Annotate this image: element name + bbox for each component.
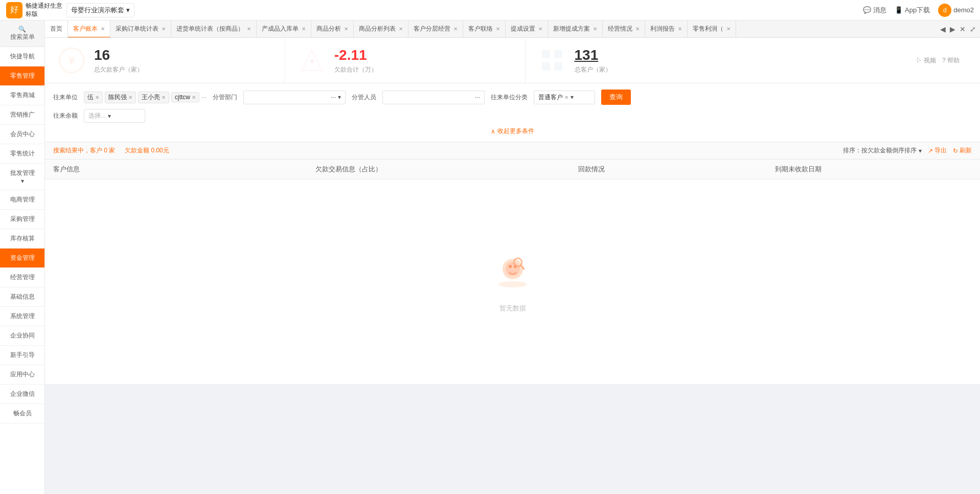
tab-scroll-right[interactable]: ▶: [949, 24, 956, 34]
tab-purchase-order-stats[interactable]: 采购订单统计表 ✕: [110, 20, 171, 37]
table-header: 客户信息 欠款交易信息（占比） 回款情况 到期未收款日期: [45, 160, 980, 179]
sidebar-item-enterprise-wechat[interactable]: 企业微信: [0, 385, 44, 404]
stat-block-3: 131 总客户（家） ▷ 视频 ? 帮助: [526, 38, 981, 83]
tab-close-customer-book[interactable]: ✕: [101, 26, 105, 32]
tab-close-new-raise-plan[interactable]: ✕: [593, 26, 597, 32]
svg-text:¥: ¥: [68, 54, 75, 67]
sidebar-item-purchase[interactable]: 采购管理: [0, 210, 44, 229]
sidebar-item-member-card[interactable]: 畅会员: [0, 404, 44, 423]
results-actions: 排序：按欠款金额倒序排序 ▾ ↗ 导出 ↻ 刷新: [843, 146, 972, 155]
tab-scroll-left[interactable]: ◀: [939, 24, 947, 34]
tab-customer-contact[interactable]: 客户联络 ✕: [463, 20, 506, 37]
sidebar-item-enterprise[interactable]: 企业协同: [0, 326, 44, 346]
query-button[interactable]: 查询: [601, 89, 631, 105]
sort-chevron-icon: ▾: [919, 147, 922, 154]
company-selector[interactable]: 母婴行业演示帐套 ▾: [66, 3, 134, 17]
logo-area: 好 畅捷通好生意 标版: [6, 2, 62, 18]
tab-maximize[interactable]: ⤢: [969, 24, 977, 34]
sidebar-search[interactable]: 🔍 搜索菜单: [0, 20, 44, 47]
filter-person-label: 分管人员: [352, 93, 376, 102]
sidebar-item-wholesale-mgmt[interactable]: 批发管理 ▾: [0, 164, 44, 190]
avatar: d: [938, 4, 951, 17]
tab-close-raise-settings[interactable]: ✕: [538, 26, 542, 32]
filter-dept-select[interactable]: ··· ▾: [243, 91, 346, 104]
tab-close-profit-report[interactable]: ✕: [678, 26, 682, 32]
sidebar-item-ops-mgmt[interactable]: 经营管理: [0, 268, 44, 287]
sidebar-item-finance[interactable]: 资金管理: [0, 249, 44, 268]
remove-tag-wu[interactable]: ✕: [95, 95, 99, 100]
filter-dept-label: 分管部门: [213, 93, 237, 102]
tab-close-purchase-order-stats[interactable]: ✕: [162, 26, 166, 32]
tab-goods-analysis[interactable]: 商品分析 ✕: [311, 20, 354, 37]
tab-customer-book[interactable]: 客户账本 ✕: [68, 20, 110, 38]
tab-close-retail-profit[interactable]: ✕: [726, 26, 731, 32]
sidebar-item-inventory[interactable]: 库存核算: [0, 229, 44, 249]
filter-balance-select[interactable]: 选择... ▾: [84, 109, 145, 123]
refresh-icon: ↻: [953, 147, 958, 154]
filter-more-tags[interactable]: ···: [201, 94, 207, 101]
sidebar-item-quick-nav[interactable]: 快捷导航: [0, 47, 44, 66]
sidebar-item-retail-mgmt[interactable]: 零售管理: [0, 66, 44, 86]
sidebar-item-basic-info[interactable]: 基础信息: [0, 287, 44, 307]
tab-ops-situation[interactable]: 经营情况 ✕: [603, 20, 645, 37]
tab-new-raise-plan[interactable]: 新增提成方案 ✕: [548, 20, 603, 37]
filter-dots-person: ···: [475, 94, 480, 101]
remove-tag-chen[interactable]: ✕: [128, 95, 132, 100]
filter-person-select[interactable]: ···: [382, 91, 485, 104]
top-bar: 好 畅捷通好生意 标版 母婴行业演示帐套 ▾ 💬 消息 📱 App下载 d de…: [0, 0, 980, 20]
sort-selector[interactable]: 排序：按欠款金额倒序排序 ▾: [843, 146, 922, 155]
tab-home[interactable]: 首页: [45, 20, 68, 37]
sidebar-item-app-center[interactable]: 应用中心: [0, 365, 44, 385]
messages-btn[interactable]: 💬 消息: [863, 6, 886, 15]
tab-close-customer-tier[interactable]: ✕: [453, 26, 458, 32]
stat-icon-3: [538, 46, 566, 75]
sidebar-item-ecommerce[interactable]: 电商管理: [0, 190, 44, 210]
tab-close-production-in[interactable]: ✕: [302, 26, 306, 32]
sidebar-item-retail-mall[interactable]: 零售商城: [0, 86, 44, 105]
tab-close-goods-analysis-list[interactable]: ✕: [399, 26, 403, 32]
stat-block-2: ✦ -2.11 欠款合计（万）: [285, 38, 526, 83]
remove-tag-wang[interactable]: ✕: [162, 95, 166, 100]
sidebar-item-membership[interactable]: 会员中心: [0, 125, 44, 144]
stat-icon-1: ¥: [57, 46, 86, 75]
filter-tag-chen: 陈民强 ✕: [105, 92, 136, 103]
filter-unit-class-label: 往来单位分类: [491, 93, 528, 102]
remove-tag-cjttcw[interactable]: ✕: [192, 95, 196, 100]
chevron-down-balance: ▾: [108, 113, 111, 120]
filter-tags: 伍 ✕ 陈民强 ✕ 王小亮 ✕ cjttcw ✕: [84, 92, 207, 103]
stat-video-help: ▷ 视频 ? 帮助: [916, 56, 968, 65]
filter-unit-class-select[interactable]: 普通客户 ✕ ▾: [534, 91, 595, 104]
logo-text: 畅捷通好生意 标版: [26, 2, 62, 18]
remove-tag-ordinary[interactable]: ✕: [564, 95, 568, 100]
empty-state: 暂无数据: [492, 251, 533, 313]
col-debt-info: 欠款交易信息（占比）: [315, 165, 578, 174]
tab-raise-settings[interactable]: 提成设置 ✕: [506, 20, 548, 37]
sidebar-item-new-guide[interactable]: 新手引导: [0, 346, 44, 365]
user-profile[interactable]: d demo2: [938, 4, 974, 17]
tab-goods-analysis-list[interactable]: 商品分析列表 ✕: [354, 20, 408, 37]
col-repayment: 回款情况: [578, 165, 775, 174]
tab-goods-in-stats[interactable]: 进货单统计表（按商品） ✕: [171, 20, 257, 37]
search-icon: 🔍: [18, 26, 26, 33]
tab-close-all[interactable]: ✕: [959, 24, 967, 34]
refresh-button[interactable]: ↻ 刷新: [953, 146, 972, 155]
tab-close-ops-situation[interactable]: ✕: [635, 26, 640, 32]
sidebar-item-retail-stats[interactable]: 零售统计: [0, 144, 44, 164]
video-btn[interactable]: ▷ 视频: [916, 56, 936, 65]
app-download-btn[interactable]: 📱 App下载: [895, 6, 930, 15]
tab-customer-tier[interactable]: 客户分层经营 ✕: [408, 20, 463, 37]
col-due-date: 到期未收款日期: [775, 165, 972, 174]
sidebar-item-marketing[interactable]: 营销推广: [0, 105, 44, 125]
stat-label-3: 总客户（家）: [575, 65, 611, 74]
collapse-button[interactable]: ∧ 收起更多条件: [53, 127, 972, 136]
tab-retail-profit[interactable]: 零售利润（ ✕: [688, 20, 736, 37]
sidebar-item-sys-mgmt[interactable]: 系统管理: [0, 307, 44, 326]
tab-production-in[interactable]: 产成品入库单 ✕: [257, 20, 311, 37]
tab-close-goods-in-stats[interactable]: ✕: [247, 26, 251, 32]
export-button[interactable]: ↗ 导出: [928, 146, 947, 155]
help-btn[interactable]: ? 帮助: [942, 56, 960, 65]
tab-close-customer-contact[interactable]: ✕: [496, 26, 500, 32]
tab-close-goods-analysis[interactable]: ✕: [344, 26, 348, 32]
filter-area: 往来单位 伍 ✕ 陈民强 ✕ 王小亮 ✕: [45, 83, 980, 142]
tab-profit-report[interactable]: 利润报告 ✕: [645, 20, 688, 37]
